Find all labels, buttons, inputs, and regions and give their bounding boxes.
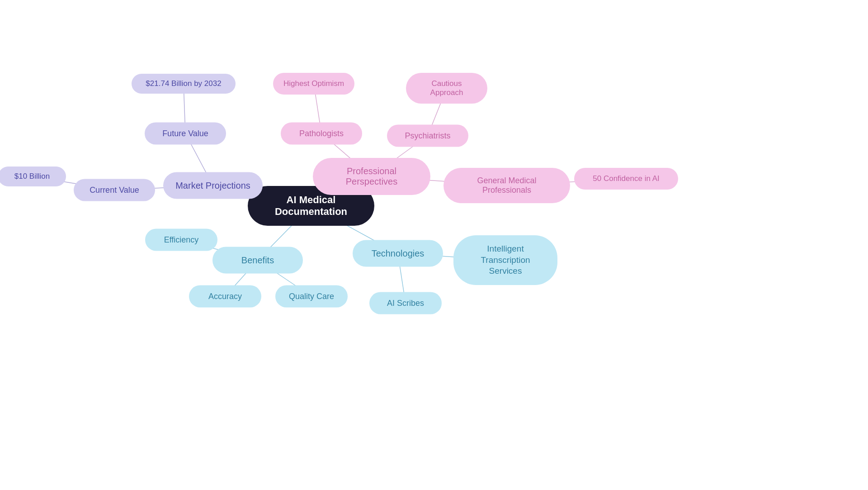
node-quality-care: Quality Care (275, 285, 348, 308)
node-21billion: $21.74 Billion by 2032 (132, 74, 236, 94)
node-intelligent-transcription: Intelligent Transcription Services (453, 235, 557, 285)
node-psychiatrists: Psychiatrists (387, 125, 468, 147)
node-10billion: $10 Billion (0, 167, 66, 186)
node-general-medical: General Medical Professionals (443, 168, 570, 203)
node-accuracy: Accuracy (189, 285, 261, 308)
node-efficiency: Efficiency (145, 229, 217, 251)
node-50-confidence: 50 Confidence in AI (574, 168, 678, 190)
node-highest-optimism: Highest Optimism (273, 73, 354, 95)
node-benefits: Benefits (212, 247, 303, 274)
node-ai-scribes: AI Scribes (369, 292, 442, 314)
node-pathologists: Pathologists (281, 123, 362, 145)
node-cautious-approach: Cautious Approach (406, 73, 487, 104)
mindmap-container: AI Medical Documentation Market Projecti… (0, 0, 868, 490)
node-technologies: Technologies (353, 240, 443, 267)
node-market-projections: Market Projections (163, 172, 263, 199)
node-current-value: Current Value (74, 179, 155, 201)
node-future-value: Future Value (145, 123, 226, 145)
node-professional-perspectives: Professional Perspectives (313, 158, 430, 195)
